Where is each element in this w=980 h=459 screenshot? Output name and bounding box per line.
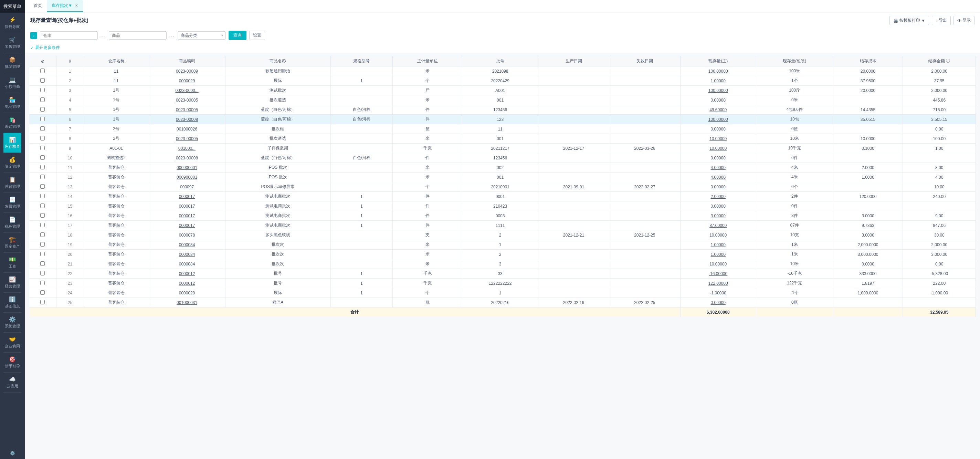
row-goods-code[interactable]: 0023-00008 xyxy=(149,153,225,163)
sidebar-item-basic-info[interactable]: ℹ️基础信息 xyxy=(3,293,21,312)
row-qty-main[interactable]: 10.00000 xyxy=(680,230,756,240)
row-qty-main[interactable]: 1.00000 xyxy=(680,240,756,250)
sidebar-item-retail-mgmt[interactable]: 🛒零售管理 xyxy=(3,33,21,53)
row-goods-code[interactable]: 0000029 xyxy=(149,76,225,86)
row-checkbox-7[interactable] xyxy=(40,136,45,140)
row-check[interactable] xyxy=(29,67,56,76)
sidebar-item-new-guide[interactable]: 🎯新手引导 xyxy=(3,352,21,373)
row-checkbox-5[interactable] xyxy=(40,117,45,121)
row-qty-main[interactable]: 1.00000 xyxy=(680,250,756,259)
row-goods-code[interactable]: 0000084 xyxy=(149,240,225,250)
row-goods-code[interactable]: 0000029 xyxy=(149,288,225,298)
row-qty-main[interactable]: 87.00000 xyxy=(680,221,756,230)
row-check[interactable] xyxy=(29,192,56,201)
row-qty-main[interactable]: 0.00000 xyxy=(680,182,756,192)
row-check[interactable] xyxy=(29,250,56,259)
row-check[interactable] xyxy=(29,143,56,153)
print-button[interactable]: 🖨️ 按模板打印 ▼ xyxy=(889,16,929,25)
row-goods-code[interactable]: 0023-00005 xyxy=(149,105,225,115)
row-goods-code[interactable]: 000900001 xyxy=(149,172,225,182)
row-goods-code[interactable]: 0000084 xyxy=(149,250,225,259)
row-check[interactable] xyxy=(29,96,56,105)
row-checkbox-3[interactable] xyxy=(40,97,45,102)
row-check[interactable] xyxy=(29,115,56,124)
filter-expand-arrow[interactable]: › xyxy=(30,32,37,39)
sidebar-logo[interactable]: 搜索菜单 xyxy=(0,0,25,13)
row-check[interactable] xyxy=(29,201,56,211)
sidebar-item-ecom-mgmt[interactable]: 🏪电商管理 xyxy=(3,93,21,113)
sidebar-item-overall-mgmt[interactable]: 📋总账管理 xyxy=(3,173,21,193)
row-check[interactable] xyxy=(29,279,56,288)
row-checkbox-11[interactable] xyxy=(40,175,45,179)
row-qty-main[interactable]: 0.00000 xyxy=(680,124,756,134)
row-check[interactable] xyxy=(29,240,56,250)
row-goods-code[interactable]: 000097 xyxy=(149,182,225,192)
row-checkbox-17[interactable] xyxy=(40,233,45,237)
row-goods-code[interactable]: 0000078 xyxy=(149,230,225,240)
row-checkbox-22[interactable] xyxy=(40,280,45,285)
row-checkbox-19[interactable] xyxy=(40,252,45,256)
row-goods-code[interactable]: 0023-0000... xyxy=(149,86,225,96)
display-button[interactable]: 👁 显示 xyxy=(953,16,975,25)
row-goods-code[interactable]: 0000012 xyxy=(149,279,225,288)
row-check[interactable] xyxy=(29,134,56,143)
sidebar-item-sys-mgmt[interactable]: ⚙️系统管理 xyxy=(3,312,21,333)
row-qty-main[interactable]: 0.00000 xyxy=(680,298,756,308)
row-check[interactable] xyxy=(29,259,56,269)
row-check[interactable] xyxy=(29,288,56,298)
row-check[interactable] xyxy=(29,76,56,86)
row-checkbox-23[interactable] xyxy=(40,290,45,295)
sidebar-item-mini-ecom[interactable]: 💻小额电商 xyxy=(3,73,21,93)
sidebar-item-fixed-assets[interactable]: 🏗️固定资产 xyxy=(3,233,21,253)
row-check[interactable] xyxy=(29,105,56,115)
row-qty-main[interactable]: 49.60000 xyxy=(680,105,756,115)
tab-close-inventory-batch[interactable]: ✕ xyxy=(75,3,78,8)
export-button[interactable]: ↑ 导出 xyxy=(932,16,951,25)
row-qty-main[interactable]: 100.00000 xyxy=(680,67,756,76)
row-goods-code[interactable]: 0000012 xyxy=(149,269,225,279)
row-checkbox-14[interactable] xyxy=(40,204,45,208)
row-goods-code[interactable]: 000900001 xyxy=(149,163,225,172)
sidebar-item-asset-mgmt[interactable]: 💰资金管理 xyxy=(3,153,21,173)
sidebar-item-inventory-check[interactable]: 📊库存核查 xyxy=(3,133,21,153)
sidebar-item-invoice-mgmt[interactable]: 🧾发票管理 xyxy=(3,193,21,213)
row-checkbox-15[interactable] xyxy=(40,213,45,218)
row-goods-code[interactable]: 0023-00009 xyxy=(149,67,225,76)
row-goods-code[interactable]: 0000017 xyxy=(149,201,225,211)
row-qty-main[interactable]: 4.00000 xyxy=(680,172,756,182)
row-check[interactable] xyxy=(29,211,56,221)
row-qty-main[interactable]: -16.00000 xyxy=(680,269,756,279)
row-checkbox-12[interactable] xyxy=(40,184,45,189)
row-checkbox-10[interactable] xyxy=(40,165,45,169)
warehouse-input[interactable] xyxy=(40,31,98,40)
row-check[interactable] xyxy=(29,230,56,240)
set-button[interactable]: 设置 xyxy=(249,31,265,40)
row-check[interactable] xyxy=(29,298,56,308)
sidebar-settings[interactable]: ⚙️ xyxy=(0,447,25,459)
row-qty-main[interactable]: 2.00000 xyxy=(680,192,756,201)
row-goods-code[interactable]: 0023-00005 xyxy=(149,134,225,143)
row-checkbox-1[interactable] xyxy=(40,78,45,83)
row-check[interactable] xyxy=(29,163,56,172)
row-checkbox-13[interactable] xyxy=(40,194,45,198)
row-check[interactable] xyxy=(29,124,56,134)
table-container[interactable]: ⊙#仓库名称商品编码商品名称规格型号主计量单位批号生产日期失效日期现存量(主)现… xyxy=(25,53,980,459)
row-qty-main[interactable]: 0.00000 xyxy=(680,201,756,211)
row-qty-main[interactable]: 0.00000 xyxy=(680,96,756,105)
row-check[interactable] xyxy=(29,86,56,96)
row-checkbox-9[interactable] xyxy=(40,155,45,160)
row-qty-main[interactable]: 3.00000 xyxy=(680,211,756,221)
sidebar-item-quick-nav[interactable]: ⚡快捷导航 xyxy=(3,13,21,33)
sidebar-item-purchase-mgmt[interactable]: 🛍️采购管理 xyxy=(3,113,21,133)
row-checkbox-16[interactable] xyxy=(40,223,45,227)
expand-conditions[interactable]: ✓ 展开更多条件 xyxy=(30,43,975,53)
row-checkbox-6[interactable] xyxy=(40,126,45,131)
row-qty-main[interactable]: 100.00000 xyxy=(680,86,756,96)
row-checkbox-18[interactable] xyxy=(40,242,45,247)
row-qty-main[interactable]: 4.00000 xyxy=(680,163,756,172)
row-goods-code[interactable]: 001000026 xyxy=(149,124,225,134)
row-qty-main[interactable]: -1.00000 xyxy=(680,288,756,298)
row-checkbox-21[interactable] xyxy=(40,271,45,276)
tab-inventory-batch[interactable]: 库存批次▼✕ xyxy=(47,0,83,12)
row-checkbox-2[interactable] xyxy=(40,88,45,92)
